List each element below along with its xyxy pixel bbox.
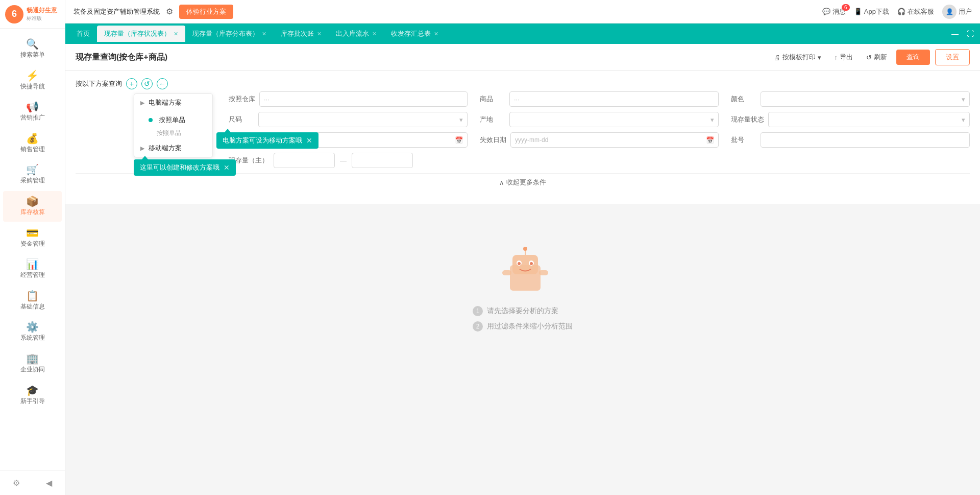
logo-text: 畅通好生意 标准版: [27, 6, 57, 22]
print-icon: 🖨: [774, 54, 780, 61]
user-area[interactable]: 👤 用户: [942, 5, 972, 19]
back-scheme-button[interactable]: ←: [157, 78, 168, 89]
page-actions: 🖨 按模板打印 ▾ ↑ 导出 ↺ 刷新 查询 设置: [770, 49, 970, 65]
sidebar-item-label: 采购管理: [20, 177, 45, 185]
filter-section: 按以下方案查询 + ↺ ← 电脑方案可设为移动方案哦 ✕ ▶ 电脑端方案: [65, 71, 980, 204]
export-icon: ↑: [835, 54, 838, 61]
filter-row-2: 尺码 ▾ 产地 ▾ 现存量状态: [229, 112, 970, 127]
refresh-button[interactable]: ↺ 刷新: [862, 51, 891, 64]
expiry-date-input[interactable]: yyyy-mm-dd 📅: [510, 132, 719, 148]
collapse-filter-button[interactable]: ∧ 收起更多条件: [76, 173, 970, 191]
sidebar-item-system[interactable]: ⚙️ 系统管理: [3, 317, 62, 347]
tab-label: 库存批次账: [281, 29, 314, 38]
chevron-down-icon: ▾: [962, 116, 965, 124]
quick-icon: ⚡: [26, 70, 39, 81]
finance-icon: 💳: [26, 228, 39, 238]
tip-num-2: 2: [473, 321, 483, 332]
logo: 6 畅通好生意 标准版: [0, 0, 65, 29]
calendar-icon: 📅: [706, 136, 714, 144]
tooltip-close-button[interactable]: ✕: [306, 136, 312, 145]
filter-size: 尺码 ▾: [229, 112, 468, 127]
support-button[interactable]: 🎧 在线客服: [897, 7, 934, 16]
sidebar-item-marketing[interactable]: 📢 营销推广: [3, 97, 62, 127]
chevron-down-icon: ▾: [459, 116, 463, 124]
tab-bar-actions: — ⛶: [949, 28, 976, 40]
empty-illustration: [497, 245, 548, 296]
brand-name: 畅通好生意: [27, 6, 57, 15]
origin-select[interactable]: ▾: [509, 112, 719, 127]
chevron-down-icon: ▾: [818, 54, 821, 61]
add-scheme-button[interactable]: +: [126, 78, 137, 89]
sidebar-item-search[interactable]: 🔍 搜索菜单: [3, 34, 62, 64]
batch-input[interactable]: [761, 132, 970, 148]
scheme-desktop-items: 按照单品 按照单品: [134, 111, 212, 139]
warehouse-dots: ···: [264, 96, 270, 103]
tab-inventory-dist[interactable]: 现存量（库存分布表） ✕: [185, 26, 274, 42]
settings-button[interactable]: 设置: [935, 49, 970, 65]
app-icon: 📱: [854, 8, 862, 15]
marketing-icon: 📢: [26, 102, 39, 112]
filter-fields: 按照仓库 ··· 商品 ··· 颜色: [229, 91, 970, 168]
brand-tag: 标准版: [27, 15, 57, 22]
filter-stock-status: 现存量状态 ▾: [731, 112, 970, 127]
sidebar-item-operations[interactable]: 📊 经营管理: [3, 254, 62, 285]
filter-goods: 商品 ···: [480, 91, 719, 107]
message-badge: 6: [842, 4, 850, 11]
app-download-button[interactable]: 📱 App下载: [854, 7, 889, 16]
scheme-desktop-group[interactable]: ▶ 电脑端方案: [134, 94, 212, 111]
color-select[interactable]: ▾: [761, 91, 970, 107]
goods-select[interactable]: ···: [509, 91, 719, 107]
tab-home[interactable]: 首页: [69, 26, 97, 42]
sidebar-item-inventory[interactable]: 📦 库存核算: [3, 191, 62, 222]
tab-inventory-status[interactable]: 现存量（库存状况表） ✕: [97, 26, 185, 42]
size-select[interactable]: ▾: [258, 112, 468, 127]
sidebar-item-basic[interactable]: 📋 基础信息: [3, 286, 62, 316]
template-print-button[interactable]: 🖨 按模板打印 ▾: [770, 51, 825, 64]
tab-batch-account[interactable]: 库存批次账 ✕: [274, 26, 329, 42]
calendar-icon: 📅: [455, 136, 463, 144]
refresh-scheme-button[interactable]: ↺: [141, 78, 153, 89]
sidebar-item-sales[interactable]: 💰 销售管理: [3, 128, 62, 159]
tab-close-icon[interactable]: ✕: [372, 31, 377, 37]
export-button[interactable]: ↑ 导出: [830, 51, 857, 64]
stock-main-from-input[interactable]: [274, 153, 335, 168]
tab-minimize-button[interactable]: —: [949, 28, 961, 40]
sidebar-item-guide[interactable]: 🎓 新手引导: [3, 380, 62, 411]
settings-button[interactable]: ⚙: [9, 476, 24, 490]
svg-rect-6: [502, 270, 511, 275]
main-area: 装备及固定资产辅助管理系统 ⚙ 体验行业方案 💬 消息 6 📱 App下载 🎧 …: [65, 0, 980, 495]
trial-button[interactable]: 体验行业方案: [179, 5, 233, 19]
svg-rect-7: [539, 270, 548, 275]
tab-close-icon[interactable]: ✕: [262, 31, 266, 37]
header-settings-icon[interactable]: ⚙: [166, 7, 173, 16]
warehouse-select[interactable]: ···: [259, 91, 468, 107]
inventory-icon: 📦: [26, 196, 39, 206]
message-icon: 💬: [822, 8, 830, 15]
goods-label: 商品: [480, 95, 505, 104]
sidebar-item-enterprise[interactable]: 🏢 企业协同: [3, 348, 62, 379]
scheme-item-0[interactable]: 按照单品: [145, 111, 212, 129]
sidebar-item-purchase[interactable]: 🛒 采购管理: [3, 159, 62, 190]
refresh-icon: ↺: [866, 54, 872, 61]
home-label: 首页: [77, 29, 90, 38]
message-button[interactable]: 💬 消息 6: [822, 7, 846, 16]
scheme-mobile-group[interactable]: ▶ 移动端方案: [134, 139, 212, 157]
tip-num-1: 1: [473, 306, 483, 316]
query-button[interactable]: 查询: [896, 50, 930, 65]
sidebar-item-quick[interactable]: ⚡ 快捷导航: [3, 65, 62, 96]
tab-close-icon[interactable]: ✕: [174, 31, 178, 37]
sidebar-item-finance[interactable]: 💳 资金管理: [3, 223, 62, 253]
svg-point-9: [523, 247, 527, 251]
tab-collect-summary[interactable]: 收发存汇总表 ✕: [384, 26, 446, 42]
stock-status-select[interactable]: ▾: [768, 112, 970, 127]
batch-label: 批号: [731, 135, 756, 145]
tab-close-icon[interactable]: ✕: [317, 31, 322, 37]
stock-main-to-input[interactable]: [352, 153, 413, 168]
collapse-sidebar-button[interactable]: ◀: [42, 476, 56, 490]
sidebar-item-label: 经营管理: [20, 271, 45, 279]
tab-maximize-button[interactable]: ⛶: [965, 28, 976, 40]
tooltip-close-button2[interactable]: ✕: [224, 163, 230, 172]
tab-close-icon[interactable]: ✕: [434, 31, 438, 37]
svg-point-4: [518, 262, 521, 265]
tab-in-out-flow[interactable]: 出入库流水 ✕: [329, 26, 384, 42]
